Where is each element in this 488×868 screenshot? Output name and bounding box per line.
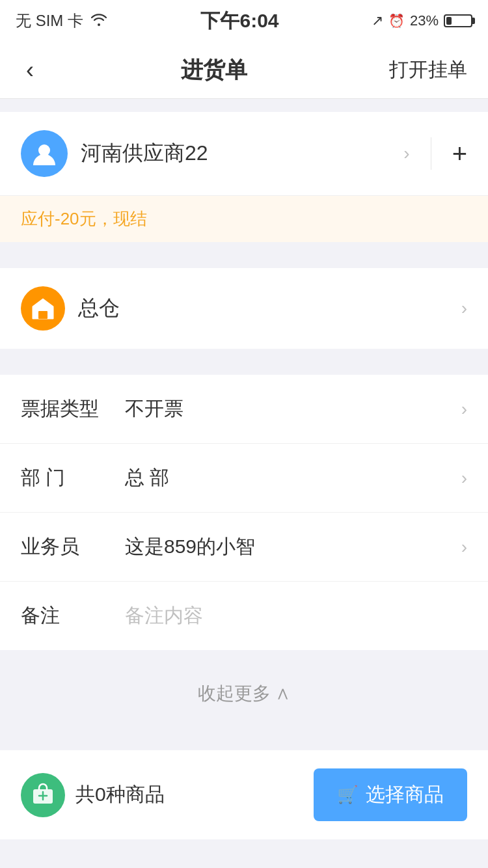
product-icon [21, 773, 65, 817]
supplier-divider [431, 137, 431, 170]
battery-bar [444, 14, 472, 27]
salesperson-value: 这是859的小智 [112, 534, 461, 560]
section-gap-1 [0, 99, 488, 112]
department-label: 部 门 [21, 465, 112, 491]
collapse-row[interactable]: 收起更多 ∧ [0, 663, 488, 724]
page-title: 进货单 [181, 55, 247, 85]
warehouse-icon [21, 286, 65, 331]
alarm-icon: ⏰ [388, 13, 405, 29]
supplier-avatar [21, 130, 68, 177]
section-gap-3 [0, 349, 488, 362]
section-gap-4 [0, 724, 488, 737]
invoice-type-label: 票据类型 [21, 396, 112, 422]
supplier-row[interactable]: 河南供应商22 › + [0, 112, 488, 196]
warehouse-name: 总仓 [78, 294, 461, 323]
supplier-card: 河南供应商22 › + 应付-20元，现结 [0, 112, 488, 242]
select-btn-label: 选择商品 [366, 781, 444, 808]
bottom-bar: 共0种商品 🛒 选择商品 [0, 750, 488, 839]
supplier-notice: 应付-20元，现结 [0, 196, 488, 242]
supplier-add-button[interactable]: + [452, 139, 467, 169]
select-btn-icon: 🛒 [337, 785, 358, 805]
invoice-type-value: 不开票 [112, 396, 461, 422]
page-content: 河南供应商22 › + 应付-20元，现结 总仓 › 票据类型 不开票 [0, 99, 488, 868]
supplier-chevron-icon: › [403, 143, 409, 164]
section-gap-2 [0, 242, 488, 255]
department-row[interactable]: 部 门 总 部 › [0, 444, 488, 513]
invoice-type-row[interactable]: 票据类型 不开票 › [0, 375, 488, 444]
product-count-area: 共0种商品 [21, 773, 165, 817]
status-left: 无 SIM 卡 [16, 10, 108, 31]
open-pending-button[interactable]: 打开挂单 [389, 57, 467, 83]
select-product-button[interactable]: 🛒 选择商品 [314, 768, 467, 821]
salesperson-row[interactable]: 业务员 这是859的小智 › [0, 513, 488, 582]
back-button[interactable]: ‹ [21, 51, 39, 89]
form-section: 票据类型 不开票 › 部 门 总 部 › 业务员 这是859的小智 › 备注 备… [0, 375, 488, 650]
product-count-text: 共0种商品 [75, 781, 165, 808]
nav-bar: ‹ 进货单 打开挂单 [0, 42, 488, 99]
salesperson-chevron-icon: › [461, 537, 467, 558]
remark-input[interactable]: 备注内容 [112, 603, 467, 629]
department-value: 总 部 [112, 465, 461, 491]
wifi-icon [90, 12, 108, 30]
carrier-label: 无 SIM 卡 [16, 10, 83, 31]
warehouse-row[interactable]: 总仓 › [0, 268, 488, 349]
remark-label: 备注 [21, 603, 112, 629]
invoice-type-chevron-icon: › [461, 399, 467, 420]
salesperson-label: 业务员 [21, 534, 112, 560]
status-bar: 无 SIM 卡 下午6:04 ↗ ⏰ 23% [0, 0, 488, 42]
warehouse-chevron-icon: › [461, 298, 467, 319]
collapse-label: 收起更多 ∧ [198, 681, 291, 706]
warehouse-card[interactable]: 总仓 › [0, 268, 488, 349]
status-right: ↗ ⏰ 23% [372, 12, 472, 29]
battery-percent: 23% [410, 12, 439, 29]
svg-rect-1 [38, 311, 47, 319]
department-chevron-icon: › [461, 468, 467, 489]
remark-row[interactable]: 备注 备注内容 [0, 582, 488, 650]
location-icon: ↗ [372, 12, 383, 29]
status-time: 下午6:04 [200, 8, 278, 34]
supplier-name: 河南供应商22 [81, 139, 403, 168]
